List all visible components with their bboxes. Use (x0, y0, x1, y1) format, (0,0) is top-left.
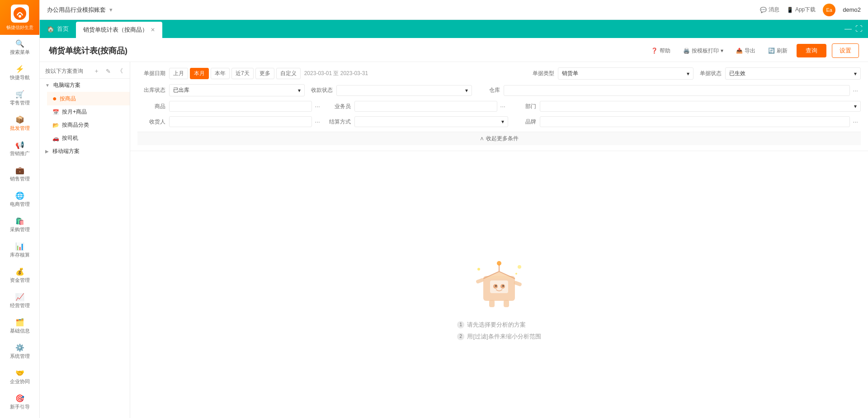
app-download-icon: 📱 (787, 7, 793, 13)
sidebar-label-sales: 销售管理 (10, 176, 30, 182)
date-btn-more[interactable]: 更多 (255, 68, 274, 79)
sidebar-item-system[interactable]: ⚙️ 系统管理 (0, 339, 39, 364)
brand-input[interactable] (540, 116, 850, 127)
tree-item-by-product[interactable]: ● 按商品 (47, 92, 130, 105)
guide-icon: 🎯 (15, 394, 24, 403)
sidebar-item-finance[interactable]: 💰 资金管理 (0, 263, 39, 288)
sidebar-item-enterprise[interactable]: 🤝 企业协同 (0, 364, 39, 390)
sidebar-item-quick[interactable]: ⚡ 快捷导航 (0, 60, 39, 86)
sidebar-item-wholesale[interactable]: 📦 批发管理 (0, 111, 39, 136)
tree-label-pc: 电脑端方案 (53, 81, 80, 89)
sidebar-label-inventory: 库存核算 (10, 252, 30, 258)
left-panel-title: 按以下方案查询 (45, 67, 83, 75)
sidebar-item-basic[interactable]: 🗂️ 基础信息 (0, 314, 39, 339)
wholesale-icon: 📦 (15, 115, 24, 124)
salesman-label: 业务员 (323, 103, 354, 110)
query-button[interactable]: 查询 (797, 44, 826, 57)
add-scheme-button[interactable]: ＋ (92, 66, 101, 76)
date-btn-this-month[interactable]: 本月 (190, 68, 209, 79)
product-control: ··· (169, 101, 323, 112)
consignee-label: 收货人 (137, 118, 169, 126)
tree-item-by-month-product[interactable]: 📅 按月+商品 (47, 105, 130, 119)
logo-text: 畅捷信好生意 (6, 24, 33, 30)
sidebar-item-sales[interactable]: 💼 销售管理 (0, 162, 39, 187)
tree-item-pc[interactable]: ▼ 电脑端方案 (40, 79, 130, 92)
dept-control: ▾ (540, 101, 861, 112)
sidebar-item-apps[interactable]: 📱 应用中心 (0, 415, 39, 418)
print-button[interactable]: 🖨️ 按模板打印 ▾ (679, 45, 727, 57)
sidebar-item-retail[interactable]: 🛒 零售管理 (0, 86, 39, 111)
date-btn-last-month[interactable]: 上月 (169, 68, 188, 79)
svg-rect-8 (476, 277, 485, 284)
tab-bar: 🏠 首页 销货单统计表（按商品） ✕ — ⛶ (40, 20, 868, 38)
sidebar-item-ecommerce[interactable]: 🌐 电商管理 (0, 187, 39, 212)
date-group: 上月 本月 本年 近7天 更多 自定义 2023-03-01 至 2023-03… (169, 68, 526, 79)
svg-rect-11 (504, 300, 509, 307)
sidebar-item-search[interactable]: 🔍 搜索菜单 (0, 35, 39, 60)
doc-type-label: 单据类型 (526, 70, 558, 77)
warehouse-input[interactable] (504, 85, 850, 96)
app-download-button[interactable]: 📱 App下载 (787, 6, 816, 14)
header-left: 办公用品行业模拟账套 ▾ (47, 6, 113, 14)
tree-item-by-category[interactable]: 📂 按商品分类 (47, 119, 130, 132)
tab-report[interactable]: 销货单统计表（按商品） ✕ (76, 22, 162, 38)
date-btn-this-year[interactable]: 本年 (211, 68, 230, 79)
settle-select[interactable]: ▾ (354, 116, 508, 127)
edit-scheme-button[interactable]: ✎ (104, 66, 113, 76)
salesman-input[interactable] (354, 101, 497, 112)
sidebar-nav: 🔍 搜索菜单 ⚡ 快捷导航 🛒 零售管理 📦 批发管理 📢 营销推广 💼 销售管… (0, 35, 39, 418)
product-more-icon[interactable]: ··· (312, 103, 323, 110)
sidebar-label-wholesale: 批发管理 (10, 125, 30, 132)
inventory-icon: 📊 (15, 242, 24, 251)
tab-minimize-icon[interactable]: — (844, 25, 852, 33)
out-status-select[interactable]: 已出库 ▾ (169, 84, 305, 96)
pay-status-select[interactable]: ▾ (336, 85, 472, 96)
sidebar-item-marketing[interactable]: 📢 营销推广 (0, 136, 39, 162)
tree-label-by-category: 按商品分类 (62, 121, 89, 129)
sidebar-item-operation[interactable]: 📈 经营管理 (0, 288, 39, 314)
doc-type-control: 销货单 ▾ (558, 67, 693, 80)
consignee-input[interactable] (169, 116, 312, 127)
collapse-panel-button[interactable]: 《 (115, 66, 124, 76)
filter-row-3: 商品 ··· 业务员 ··· 部门 (137, 101, 861, 112)
tree-label-mobile: 移动端方案 (52, 147, 80, 155)
tree-item-by-vendor[interactable]: 🚗 按司机 (47, 132, 130, 145)
tab-maximize-icon[interactable]: ⛶ (855, 25, 863, 33)
empty-svg (467, 251, 531, 310)
consignee-more-icon[interactable]: ··· (312, 118, 323, 125)
help-button[interactable]: ❓ 帮助 (647, 45, 674, 57)
date-btn-custom[interactable]: 自定义 (276, 68, 301, 79)
date-btn-7days[interactable]: 近7天 (231, 68, 254, 79)
brand-more-icon[interactable]: ··· (850, 118, 861, 125)
svg-rect-3 (490, 280, 508, 293)
settings-button[interactable]: 设置 (832, 43, 859, 58)
left-panel: 按以下方案查询 ＋ ✎ 《 ▼ 电脑端方案 ● 按商品 (40, 62, 130, 418)
tip-num-1: 1 (457, 321, 464, 328)
dept-select[interactable]: ▾ (540, 101, 861, 112)
collapse-row[interactable]: ∧ 收起更多条件 (137, 132, 861, 145)
salesman-more-icon[interactable]: ··· (497, 103, 508, 110)
doc-status-select[interactable]: 已生效 ▾ (725, 67, 861, 80)
doc-status-dropdown-icon: ▾ (854, 71, 857, 77)
product-input[interactable] (169, 101, 312, 112)
tab-home-icon: 🏠 (47, 26, 54, 33)
marketing-icon: 📢 (15, 141, 24, 149)
tab-home[interactable]: 🏠 首页 (40, 20, 76, 38)
export-button[interactable]: 📤 导出 (732, 45, 759, 57)
refresh-button[interactable]: 🔄 刷新 (764, 45, 791, 57)
tab-close-icon[interactable]: ✕ (151, 27, 155, 33)
left-panel-header: 按以下方案查询 ＋ ✎ 《 (40, 62, 130, 79)
header-dropdown-icon[interactable]: ▾ (109, 6, 113, 13)
doc-type-select[interactable]: 销货单 ▾ (558, 67, 693, 80)
message-button[interactable]: 💬 消息 (760, 6, 779, 14)
sidebar-item-inventory[interactable]: 📊 库存核算 (0, 238, 39, 263)
filter-row-1: 单据日期 上月 本月 本年 近7天 更多 自定义 2023-03-01 至 20… (137, 67, 861, 80)
help-label: 帮助 (660, 47, 670, 55)
warehouse-more-icon[interactable]: ··· (850, 87, 861, 94)
sidebar-item-guide[interactable]: 🎯 新手引导 (0, 390, 39, 415)
user-avatar[interactable]: Ea (823, 4, 835, 16)
out-status-dropdown-icon: ▾ (298, 87, 301, 94)
tree-item-mobile[interactable]: ▶ 移动端方案 (40, 145, 130, 158)
vendor-icon: 🚗 (52, 135, 59, 142)
sidebar-item-purchase[interactable]: 🛍️ 采购管理 (0, 212, 39, 238)
